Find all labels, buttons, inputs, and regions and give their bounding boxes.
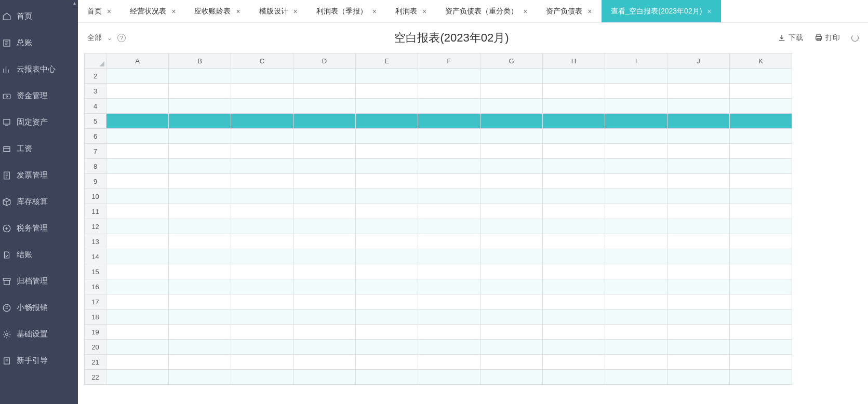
close-icon[interactable]: × [372, 7, 377, 16]
cell-J13[interactable] [667, 234, 730, 249]
col-header-H[interactable]: H [543, 53, 605, 69]
cell-G11[interactable] [480, 204, 543, 219]
tab-7[interactable]: 资产负债表× [537, 0, 601, 22]
cell-G22[interactable] [480, 370, 543, 385]
cell-G4[interactable] [480, 99, 543, 114]
cell-G14[interactable] [480, 249, 543, 264]
cell-C17[interactable] [231, 294, 293, 309]
tab-4[interactable]: 利润表（季报）× [307, 0, 386, 22]
cell-H2[interactable] [543, 69, 605, 84]
cell-J16[interactable] [667, 279, 730, 294]
cell-B17[interactable] [169, 294, 231, 309]
cell-H11[interactable] [543, 204, 605, 219]
cell-C12[interactable] [231, 219, 293, 234]
cell-D12[interactable] [293, 219, 356, 234]
cell-K22[interactable] [730, 370, 792, 385]
cell-E8[interactable] [356, 159, 418, 174]
cell-K9[interactable] [730, 174, 792, 189]
row-header-9[interactable]: 9 [85, 174, 106, 189]
cell-E12[interactable] [356, 219, 418, 234]
cell-C7[interactable] [231, 144, 293, 159]
cell-K7[interactable] [730, 144, 792, 159]
cell-K17[interactable] [730, 294, 792, 309]
cell-D4[interactable] [293, 99, 356, 114]
tab-6[interactable]: 资产负债表（重分类）× [436, 0, 537, 22]
cell-A12[interactable] [106, 219, 169, 234]
row-header-19[interactable]: 19 [85, 325, 106, 340]
cell-F20[interactable] [418, 340, 480, 355]
cell-C16[interactable] [231, 279, 293, 294]
cell-F18[interactable] [418, 309, 480, 325]
cell-E13[interactable] [356, 234, 418, 249]
cell-F8[interactable] [418, 159, 480, 174]
cell-F5[interactable] [418, 114, 480, 129]
cell-G9[interactable] [480, 174, 543, 189]
cell-F12[interactable] [418, 219, 480, 234]
cell-E17[interactable] [356, 294, 418, 309]
cell-C2[interactable] [231, 69, 293, 84]
cell-E18[interactable] [356, 309, 418, 325]
cell-C6[interactable] [231, 129, 293, 144]
row-header-17[interactable]: 17 [85, 294, 106, 309]
cell-A20[interactable] [106, 340, 169, 355]
cell-I9[interactable] [605, 174, 667, 189]
cell-I19[interactable] [605, 325, 667, 340]
sidebar-item-6[interactable]: 发票管理 [0, 162, 78, 188]
cell-A19[interactable] [106, 325, 169, 340]
cell-J5[interactable] [667, 114, 730, 129]
cell-K16[interactable] [730, 279, 792, 294]
cell-J22[interactable] [667, 370, 730, 385]
row-header-20[interactable]: 20 [85, 340, 106, 355]
cell-C22[interactable] [231, 370, 293, 385]
cell-D17[interactable] [293, 294, 356, 309]
cell-A21[interactable] [106, 355, 169, 370]
row-header-2[interactable]: 2 [85, 69, 106, 84]
cell-H4[interactable] [543, 99, 605, 114]
cell-H3[interactable] [543, 84, 605, 99]
cell-K5[interactable] [730, 114, 792, 129]
cell-J11[interactable] [667, 204, 730, 219]
cell-E3[interactable] [356, 84, 418, 99]
cell-C13[interactable] [231, 234, 293, 249]
col-header-A[interactable]: A [106, 53, 169, 69]
cell-H5[interactable] [543, 114, 605, 129]
cell-C8[interactable] [231, 159, 293, 174]
cell-J21[interactable] [667, 355, 730, 370]
sidebar-scroll-up[interactable]: ▴ [71, 0, 78, 7]
cell-D8[interactable] [293, 159, 356, 174]
cell-I2[interactable] [605, 69, 667, 84]
cell-K8[interactable] [730, 159, 792, 174]
cell-F13[interactable] [418, 234, 480, 249]
cell-J17[interactable] [667, 294, 730, 309]
cell-B4[interactable] [169, 99, 231, 114]
cell-K3[interactable] [730, 84, 792, 99]
cell-B6[interactable] [169, 129, 231, 144]
cell-J6[interactable] [667, 129, 730, 144]
sidebar-item-4[interactable]: 固定资产 [0, 109, 78, 136]
cell-E6[interactable] [356, 129, 418, 144]
cell-I14[interactable] [605, 249, 667, 264]
cell-D3[interactable] [293, 84, 356, 99]
row-header-7[interactable]: 7 [85, 144, 106, 159]
cell-J2[interactable] [667, 69, 730, 84]
cell-B19[interactable] [169, 325, 231, 340]
tab-0[interactable]: 首页× [78, 0, 121, 22]
tab-5[interactable]: 利润表× [386, 0, 436, 22]
cell-F17[interactable] [418, 294, 480, 309]
cell-B16[interactable] [169, 279, 231, 294]
sidebar-item-0[interactable]: 首页 [0, 3, 78, 30]
cell-B12[interactable] [169, 219, 231, 234]
cell-K15[interactable] [730, 264, 792, 279]
cell-G16[interactable] [480, 279, 543, 294]
cell-F9[interactable] [418, 174, 480, 189]
cell-I10[interactable] [605, 189, 667, 204]
cell-E5[interactable] [356, 114, 418, 129]
cell-A3[interactable] [106, 84, 169, 99]
tab-8[interactable]: 查看_空白报表(2023年02月)× [602, 0, 721, 22]
cell-K12[interactable] [730, 219, 792, 234]
cell-K18[interactable] [730, 309, 792, 325]
cell-J12[interactable] [667, 219, 730, 234]
close-icon[interactable]: × [523, 7, 527, 16]
cell-H12[interactable] [543, 219, 605, 234]
cell-D18[interactable] [293, 309, 356, 325]
